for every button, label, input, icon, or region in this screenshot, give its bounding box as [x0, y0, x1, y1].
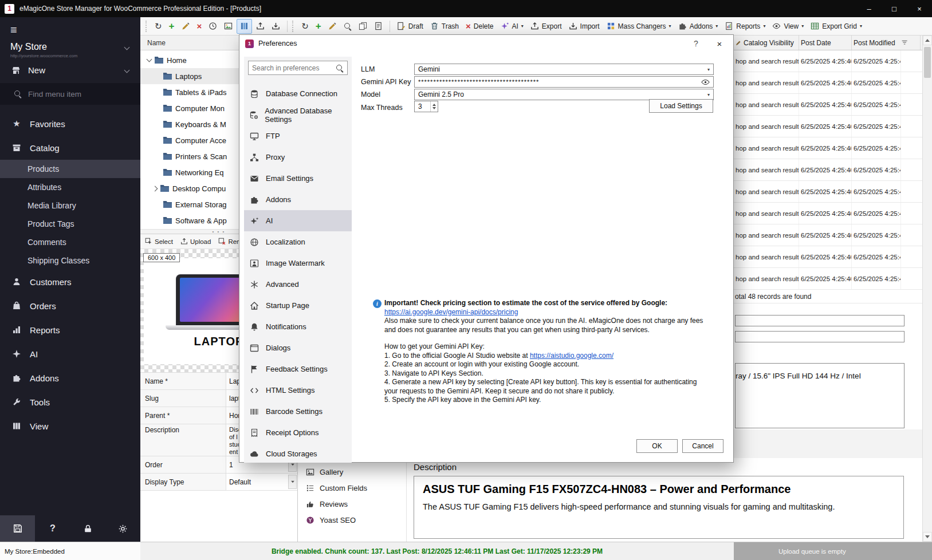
collapsed-chevron-icon[interactable] — [152, 186, 158, 191]
save-connection-button[interactable] — [0, 515, 35, 542]
scroll-down-button[interactable] — [923, 532, 932, 542]
tab-custom-fields[interactable]: Custom Fields — [298, 480, 406, 496]
table-row[interactable]: hop and search results6/25/2025 4:25:466… — [734, 203, 922, 224]
select-image-button[interactable]: Select — [145, 238, 173, 245]
product-name-box[interactable]: ray / 15.6" IPS Full HD 144 Hz / Intel — [735, 363, 905, 428]
sidebar-item-ai[interactable]: AI — [0, 342, 140, 366]
stepper-arrows[interactable] — [430, 101, 438, 112]
prefs-nav-startup-page[interactable]: Startup Page — [244, 295, 352, 316]
columns-toggle-button[interactable] — [237, 19, 252, 34]
details-button[interactable] — [371, 19, 386, 34]
pricing-link[interactable]: https://ai.google.dev/gemini-api/docs/pr… — [384, 308, 518, 316]
table-row[interactable]: hop and search results6/25/2025 4:25:466… — [734, 224, 922, 246]
llm-select[interactable]: Gemini▾ — [414, 64, 714, 75]
prefs-nav-localization[interactable]: Localization — [244, 231, 352, 253]
column-post-date[interactable]: Post Date — [799, 36, 852, 50]
table-row[interactable]: hop and search results6/25/2025 4:25:466… — [734, 137, 922, 159]
toolbar-drag-handle[interactable] — [145, 21, 148, 32]
delete-labeled-button[interactable]: ×Delete — [463, 19, 496, 34]
trash-button[interactable]: Trash — [427, 19, 462, 34]
table-row[interactable]: hop and search results6/25/2025 4:25:466… — [734, 181, 922, 203]
sidebar-item-new[interactable]: New — [0, 58, 140, 78]
table-row[interactable]: hop and search results6/25/2025 4:25:466… — [734, 246, 922, 268]
tab-reviews[interactable]: Reviews — [298, 496, 406, 512]
edit-button[interactable] — [179, 19, 193, 34]
table-row[interactable]: hop and search results6/25/2025 4:25:466… — [734, 94, 922, 116]
prefs-nav-ftp[interactable]: FTP — [244, 125, 352, 147]
sidebar-item-catalog[interactable]: Catalog — [0, 136, 140, 160]
copy-button[interactable] — [356, 19, 370, 34]
aistudio-link[interactable]: https://aistudio.google.com/ — [530, 352, 614, 360]
table-row[interactable]: hop and search results6/25/2025 4:25:466… — [734, 268, 922, 290]
store-selector[interactable]: My Store — [0, 38, 140, 52]
view-menu-button[interactable]: View▾ — [769, 19, 807, 34]
draft-button[interactable]: Draft — [394, 19, 426, 34]
prefs-nav-ai[interactable]: AI — [244, 210, 352, 231]
sidebar-item-addons[interactable]: Addons — [0, 366, 140, 390]
tab-yoast-seo[interactable]: Yoast SEO — [298, 512, 406, 528]
preferences-search-input[interactable] — [252, 64, 333, 72]
prefs-nav-feedback[interactable]: Feedback Settings — [244, 358, 352, 380]
prefs-nav-advanced[interactable]: Advanced — [244, 274, 352, 295]
table-row[interactable]: hop and search results6/25/2025 4:25:466… — [734, 159, 922, 181]
display-type-field[interactable]: Default — [226, 474, 297, 490]
dialog-titlebar[interactable]: 1 Preferences — [239, 35, 733, 52]
prefs-nav-addons[interactable]: Addons — [244, 189, 352, 210]
settings-button[interactable] — [105, 515, 140, 542]
description-editor[interactable]: ASUS TUF Gaming F15 FX507ZC4-HN083 – Pow… — [414, 476, 904, 539]
sidebar-item-shipping-classes[interactable]: Shipping Classes — [0, 251, 140, 270]
export-grid-button[interactable]: Export Grid▾ — [808, 19, 865, 34]
export-button[interactable]: Export — [528, 19, 565, 34]
dropdown-arrow-icon[interactable] — [288, 475, 297, 489]
prefs-nav-dialogs[interactable]: Dialogs — [244, 337, 352, 358]
lock-button[interactable] — [70, 515, 105, 542]
detail-input-2[interactable] — [735, 331, 905, 342]
sidebar-item-customers[interactable]: Customers — [0, 270, 140, 294]
sidebar-search[interactable] — [0, 83, 140, 105]
delete-button[interactable]: × — [194, 19, 205, 34]
table-row[interactable]: hop and search results6/25/2025 4:25:466… — [734, 72, 922, 94]
prefs-nav-notifications[interactable]: Notifications — [244, 316, 352, 337]
tab-gallery[interactable]: Gallery — [298, 464, 406, 480]
max-threads-stepper[interactable]: 3 — [414, 101, 438, 112]
prefs-nav-cloud-storages[interactable]: Cloud Storages — [244, 443, 352, 463]
sidebar-item-tools[interactable]: Tools — [0, 390, 140, 414]
ai-menu-button[interactable]: AI▾ — [498, 19, 526, 34]
table-row[interactable]: hop and search results6/25/2025 4:25:466… — [734, 50, 922, 72]
ok-button[interactable]: OK — [636, 439, 678, 453]
toolbar-drag-handle[interactable] — [292, 21, 294, 32]
sidebar-item-view[interactable]: View — [0, 414, 140, 438]
sidebar-item-comments[interactable]: Comments — [0, 233, 140, 251]
help-button[interactable]: ? — [35, 515, 70, 542]
sidebar-item-reports[interactable]: Reports — [0, 318, 140, 342]
import-button[interactable]: Import — [566, 19, 603, 34]
expand-chevron-icon[interactable] — [147, 57, 152, 62]
sidebar-item-orders[interactable]: Orders — [0, 294, 140, 318]
cancel-button[interactable]: Cancel — [682, 439, 723, 453]
grid-search-button[interactable] — [341, 19, 355, 34]
history-button[interactable] — [206, 19, 220, 34]
show-password-eye-icon[interactable] — [701, 79, 710, 85]
sidebar-item-products[interactable]: Products — [0, 160, 140, 178]
import-file-button[interactable] — [269, 19, 283, 34]
maximize-button[interactable]: □ — [882, 0, 907, 17]
prefs-nav-database-connection[interactable]: Database Connection — [244, 83, 352, 104]
prefs-nav-html[interactable]: HTML Settings — [244, 380, 352, 401]
addons-menu-button[interactable]: Addons▾ — [675, 19, 721, 34]
dialog-close-button[interactable]: × — [713, 37, 726, 50]
image-button[interactable] — [221, 19, 235, 34]
prefs-nav-advanced-database[interactable]: Advanced Database Settings — [244, 104, 352, 125]
model-select[interactable]: Gemini 2.5 Pro▾ — [414, 89, 714, 100]
api-key-field[interactable]: **************************************** — [414, 76, 714, 88]
upload-image-button[interactable]: Upload — [180, 238, 211, 245]
scroll-up-button[interactable] — [923, 36, 932, 45]
filter-icon[interactable] — [901, 39, 909, 46]
hamburger-menu-icon[interactable]: ≡ — [0, 17, 140, 38]
table-row[interactable]: hop and search results6/25/2025 4:25:466… — [734, 116, 922, 137]
prefs-nav-email[interactable]: Email Settings — [244, 168, 352, 189]
menu-search-input[interactable] — [28, 90, 114, 98]
add-button[interactable]: + — [166, 19, 178, 34]
sidebar-item-media-library[interactable]: Media Library — [0, 196, 140, 215]
prefs-nav-barcode[interactable]: Barcode Settings — [244, 401, 352, 422]
grid-add-button[interactable]: + — [313, 19, 324, 34]
